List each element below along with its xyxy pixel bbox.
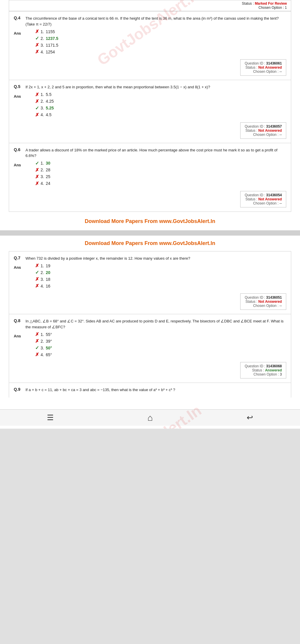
q5-ans-label: Ans [14,94,21,118]
list-item: ✗ 4. 16 [35,283,50,289]
q7-status-value: Not Answered [258,300,282,304]
option-text: 4.25 [46,99,54,104]
list-item: ✓ 1. 30 [35,160,50,166]
list-item: ✗ 1. 19 [35,263,50,268]
top-status-value: Marked For Review [255,1,287,6]
q7-qid-value: 31436051 [266,295,282,300]
check-icon: ✓ [35,345,39,351]
cross-icon: ✗ [35,99,39,104]
q8-number: Q.8 [14,318,23,330]
list-item: ✗ 1. 55° [35,332,52,337]
option-num: 2. [41,270,44,275]
question-block-q4: Q.4 The circumference of the base of a c… [9,11,291,80]
list-item: ✗ 4. 1254 [35,49,59,55]
option-text: 5.5 [46,92,51,97]
q5-qid-value: 31436057 [266,124,282,129]
option-text: 16 [46,284,50,288]
question-block-q7: Q.7 When 732 is divided by a positive in… [9,251,291,315]
q5-status-value: Not Answered [258,129,282,133]
option-num: 3. [41,277,44,282]
top-chosen-label: Chosen Option : [258,6,285,10]
list-item: ✗ 3. 1171.5 [35,42,59,48]
list-item: ✗ 2. 39° [35,338,52,344]
top-chosen-value: 1 [285,6,287,10]
option-num: 3. [41,43,44,48]
q7-qid-label: Question ID : [245,295,265,300]
list-item: ✓ 3. 50° [35,345,52,351]
q8-qid-value: 31436068 [266,364,282,368]
q8-chosen-label: Chosen Option : [253,372,279,376]
q7-chosen-label: Chosen Option : [253,304,279,308]
list-item: ✗ 2. 4.25 [35,99,54,104]
question-block-q9: Q.9 If a + b + c = 11, ab + bc + ca = 3 … [9,383,291,398]
nav-bar: ☰ ⌂ ↩ [0,409,300,426]
option-num: 1. [41,263,44,268]
q6-qid-label: Question ID : [245,193,265,197]
cross-icon: ✗ [35,112,39,118]
q6-status-label: Status : [246,197,258,201]
option-num: 1. [41,161,44,165]
list-item: ✗ 1. 1155 [35,29,59,34]
q4-chosen-label: Chosen Option : [253,70,279,74]
list-item: ✓ 2. 20 [35,270,50,275]
q8-qid-label: Question ID : [245,364,265,368]
list-item: ✗ 4. 65° [35,352,52,357]
option-num: 1. [41,29,44,34]
top-status-label: Status : [242,1,255,6]
q4-number: Q.4 [14,16,23,27]
home-icon[interactable]: ⌂ [147,413,153,423]
option-num: 3. [41,106,44,110]
option-text: 19 [46,263,50,268]
cross-icon: ✗ [35,174,39,180]
q4-status-label: Status : [246,65,258,70]
q5-text: If 2x + 1, x + 2, 2 and 5 are in proport… [25,84,286,90]
download-banner-1-text: Download More Papers From www.GovtJobsAl… [85,218,215,224]
q5-qid-label: Question ID : [245,124,265,129]
option-num: 4. [41,284,44,288]
cross-icon: ✗ [35,332,39,337]
list-item: ✗ 3. 18 [35,276,50,282]
menu-icon[interactable]: ☰ [47,413,54,422]
q8-chosen-value: 3 [280,372,282,376]
q4-chosen-value: -- [279,70,282,74]
q8-status-value: Answered [265,368,282,372]
q6-chosen-label: Chosen Option : [253,201,279,205]
q5-options: ✗ 1. 5.5 ✗ 2. 4.25 ✓ 3. 5.25 ✗ 4. 4. [35,92,54,119]
q8-status-label: Status : [252,368,264,372]
q5-chosen-value: -- [279,133,282,137]
q7-text: When 732 is divided by a positive intege… [25,256,286,261]
q7-info-box: Question ID : 31436051 Status : Not Answ… [240,293,286,310]
page-divider [0,230,300,236]
option-num: 2. [41,339,44,344]
option-num: 4. [41,50,44,54]
cross-icon: ✗ [35,263,39,268]
q8-info-box: Question ID : 31436068 Status : Answered… [240,362,286,378]
back-icon[interactable]: ↩ [247,413,253,422]
option-text: 1254 [46,50,55,54]
list-item: ✗ 4. 4.5 [35,112,54,118]
list-item: ✗ 3. 25 [35,174,50,180]
q6-info-box: Question ID : 31436054 Status : Not Answ… [240,191,286,207]
option-text: 1171.5 [46,43,58,48]
cross-icon: ✗ [35,181,39,186]
cross-icon: ✗ [35,338,39,344]
option-num: 2. [41,168,44,172]
q8-text: In △ABC, ∠B = 68° and ∠C = 32°. Sides AB… [25,318,286,330]
check-icon: ✓ [35,160,39,166]
option-text: 65° [46,352,52,357]
question-block-q8: Q.8 In △ABC, ∠B = 68° and ∠C = 32°. Side… [9,314,291,383]
top-status-box: Status : Marked For Review Chosen Option… [9,0,291,11]
option-text: 55° [46,332,52,337]
cross-icon: ✗ [35,29,39,34]
list-item: ✗ 1. 5.5 [35,92,54,97]
option-text: 24 [46,181,50,186]
q6-chosen-value: -- [279,201,282,205]
option-num: 4. [41,352,44,357]
q4-ans-label: Ans [14,31,21,55]
option-num: 4. [41,112,44,117]
q6-options: ✓ 1. 30 ✗ 2. 28 ✗ 3. 25 ✗ 4. 24 [35,160,50,187]
q6-ans-label: Ans [14,163,21,186]
q4-options: ✗ 1. 1155 ✓ 2. 1237.5 ✗ 3. 1171.5 ✗ 4. [35,29,59,56]
list-item: ✓ 3. 5.25 [35,105,54,111]
q6-status-value: Not Answered [258,197,282,201]
